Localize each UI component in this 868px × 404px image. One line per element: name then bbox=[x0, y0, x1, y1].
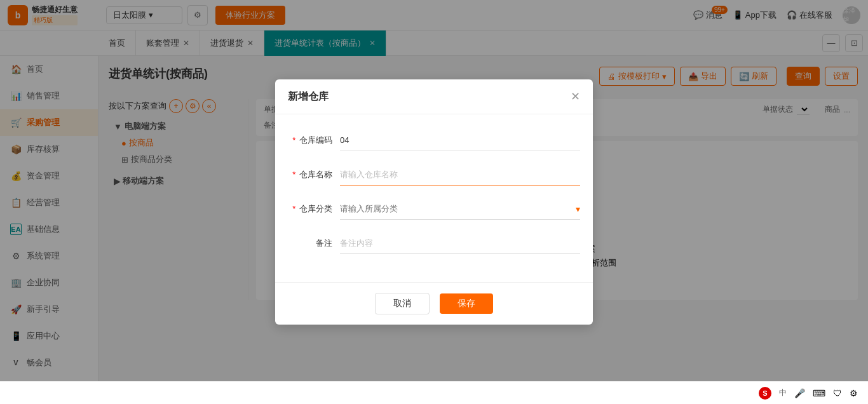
warehouse-name-label: * 仓库名称 bbox=[288, 169, 332, 180]
sougou-logo: S bbox=[759, 387, 771, 400]
warehouse-code-label: * 仓库编码 bbox=[288, 135, 332, 146]
shield-icon[interactable]: 🛡 bbox=[833, 388, 842, 398]
modal-body: * 仓库编码 * 仓库名称 * 仓库分类 bbox=[275, 114, 593, 282]
warehouse-note-row: 备注 bbox=[288, 232, 580, 254]
warehouse-note-input[interactable] bbox=[340, 232, 580, 254]
modal-footer: 取消 保存 bbox=[275, 282, 593, 325]
warehouse-code-input[interactable] bbox=[340, 130, 580, 151]
modal-header: 新增仓库 ✕ bbox=[275, 79, 593, 114]
middle-input-icon[interactable]: 中 bbox=[779, 387, 787, 398]
bottom-status-bar: S 中 🎤 ⌨ 🛡 ⚙ bbox=[0, 381, 868, 404]
type-dropdown-arrow[interactable]: ▾ bbox=[576, 204, 580, 214]
modal-overlay: 新增仓库 ✕ * 仓库编码 * 仓库名称 bbox=[0, 0, 868, 404]
warehouse-type-label: * 仓库分类 bbox=[288, 203, 332, 215]
warehouse-type-input[interactable] bbox=[340, 198, 576, 220]
modal-close-button[interactable]: ✕ bbox=[571, 90, 580, 104]
warehouse-name-row: * 仓库名称 bbox=[288, 164, 580, 185]
warehouse-note-label: 备注 bbox=[288, 238, 332, 249]
save-button[interactable]: 保存 bbox=[440, 293, 493, 314]
mic-icon[interactable]: 🎤 bbox=[794, 388, 805, 398]
warehouse-name-input[interactable] bbox=[340, 164, 580, 185]
settings-status-icon[interactable]: ⚙ bbox=[850, 388, 858, 398]
cancel-button[interactable]: 取消 bbox=[375, 293, 430, 314]
warehouse-type-row: * 仓库分类 ▾ bbox=[288, 198, 580, 220]
warehouse-type-select-wrapper: ▾ bbox=[340, 198, 580, 220]
sougou-icon: S bbox=[759, 387, 771, 400]
keyboard-icon[interactable]: ⌨ bbox=[813, 388, 825, 398]
warehouse-code-row: * 仓库编码 bbox=[288, 130, 580, 151]
new-warehouse-modal: 新增仓库 ✕ * 仓库编码 * 仓库名称 bbox=[275, 79, 593, 325]
modal-title: 新增仓库 bbox=[288, 90, 329, 104]
